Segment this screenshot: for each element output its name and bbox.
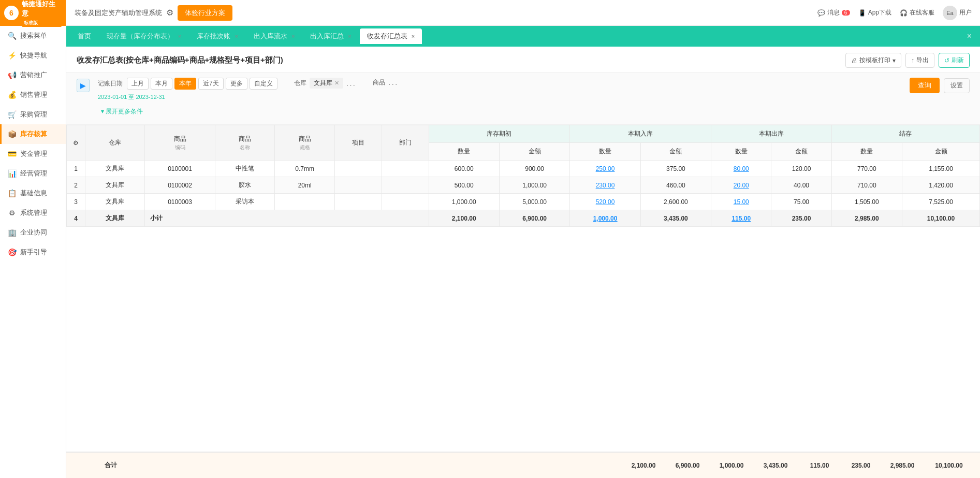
warehouse-label: 仓库 — [294, 79, 306, 88]
setting-small-button[interactable]: 设置 — [944, 78, 970, 93]
app-download-item[interactable]: 📱 App下载 — [858, 8, 891, 17]
message-badge: 6 — [842, 10, 850, 16]
message-icon: 💬 — [817, 9, 825, 17]
tab-close[interactable]: × — [235, 33, 238, 39]
tab-close[interactable]: × — [348, 33, 351, 39]
column-settings-icon[interactable]: ⚙ — [73, 139, 79, 147]
operations-icon: 📊 — [8, 169, 16, 178]
sales-icon: 💰 — [8, 91, 16, 99]
sidebar-item-basic[interactable]: 📋基础信息 — [0, 183, 66, 203]
in-qty-link[interactable]: 520.00 — [596, 198, 615, 206]
sidebar-item-inventory[interactable]: 📦库存核算 — [0, 124, 66, 144]
out-qty-link[interactable]: 20.00 — [734, 182, 749, 189]
avatar: Ea — [943, 6, 957, 20]
tab-库存批次账[interactable]: 库存批次账× — [189, 28, 245, 44]
user-item[interactable]: Ea 用户 — [943, 6, 972, 20]
th-settings[interactable]: ⚙ — [67, 125, 85, 161]
table-row: 2 文具库 0100002 胶水 20ml 500.00 1,000.00 23… — [67, 177, 980, 194]
sidebar-item-purchase[interactable]: 🛒采购管理 — [0, 105, 66, 124]
export-button[interactable]: ↑ 导出 — [905, 53, 934, 68]
th-out-amt: 金额 — [771, 143, 831, 161]
sidebar-item-system[interactable]: ⚙系统管理 — [0, 203, 66, 223]
headset-icon: 🎧 — [900, 9, 908, 17]
subtotal-out-qty-link[interactable]: 115.00 — [732, 215, 751, 222]
message-item[interactable]: 💬 消息 6 — [817, 8, 850, 17]
tab-首页[interactable]: 首页 — [70, 28, 98, 44]
sidebar-item-sales[interactable]: 💰销售管理 — [0, 85, 66, 105]
expand-icon[interactable]: ▶ — [80, 81, 86, 90]
online-service-item[interactable]: 🎧 在线客服 — [900, 8, 934, 17]
th-spec: 商品规格 — [275, 125, 335, 161]
out-qty-link[interactable]: 80.00 — [734, 165, 749, 172]
subtotal-row: 4 文具库 小计 2,100.00 6,900.00 1,000.00 3,43… — [67, 210, 980, 227]
sidebar-item-operations[interactable]: 📊经营管理 — [0, 164, 66, 183]
data-table: ⚙ 仓库 商品编码 商品名称 商品规格 项目 部门 库存期初 本期入库 本期出库… — [66, 125, 980, 227]
date-btn-本月[interactable]: 本月 — [151, 78, 172, 90]
warehouse-tag: 文具库 ✕ — [310, 78, 343, 89]
finance-icon: 💳 — [8, 150, 16, 158]
tab-close[interactable]: × — [291, 33, 295, 39]
subtotal-in-qty-link[interactable]: 1,000.00 — [593, 215, 618, 222]
chevron-down-icon: ▾ — [893, 57, 896, 64]
tab-出入库流水[interactable]: 出入库流水× — [246, 28, 302, 44]
table-wrap: ⚙ 仓库 商品编码 商品名称 商品规格 项目 部门 库存期初 本期入库 本期出库… — [66, 125, 980, 452]
th-balance-group: 结存 — [831, 125, 979, 143]
sidebar-item-search[interactable]: 🔍搜索菜单 — [0, 26, 66, 46]
tab-close[interactable]: × — [412, 33, 415, 39]
goods-label: 商品 — [373, 78, 385, 87]
try-industry-button[interactable]: 体验行业方案 — [178, 5, 232, 21]
quicknav-icon: ⚡ — [8, 51, 16, 60]
tab-出入库汇总[interactable]: 出入库汇总× — [303, 28, 358, 44]
header-right: 💬 消息 6 📱 App下载 🎧 在线客服 Ea 用户 — [817, 6, 972, 20]
purchase-icon: 🛒 — [8, 110, 16, 119]
sidebar-item-finance[interactable]: 💳资金管理 — [0, 144, 66, 164]
system-icon: ⚙ — [8, 209, 16, 217]
sidebar-item-guide[interactable]: 🎯新手引导 — [0, 242, 66, 262]
print-icon: 🖨 — [851, 57, 857, 64]
date-btn-更多[interactable]: 更多 — [226, 78, 247, 90]
date-buttons: 上月本月本年近7天更多自定义 — [127, 78, 277, 90]
page-content: 收发存汇总表(按仓库+商品编码+商品+规格型号+项目+部门) 🖨 按模板打印 ▾… — [66, 47, 980, 478]
search-button[interactable]: 查询 — [910, 78, 940, 93]
in-qty-link[interactable]: 230.00 — [596, 182, 615, 189]
th-warehouse: 仓库 — [85, 125, 145, 161]
total-label: 合计 — [90, 461, 131, 470]
header-left: 装备及固定资产辅助管理系统 ⚙ 体验行业方案 — [75, 5, 232, 21]
goods-more-dots[interactable]: ... — [388, 78, 398, 87]
warehouse-remove[interactable]: ✕ — [334, 80, 339, 86]
sidebar-item-marketing[interactable]: 📢营销推广 — [0, 65, 66, 85]
out-qty-link[interactable]: 15.00 — [734, 198, 749, 206]
sidebar-logo: 6 畅捷通好生意 标准版 — [0, 0, 66, 26]
export-icon: ↑ — [911, 57, 914, 64]
warehouse-more-dots[interactable]: ... — [346, 79, 356, 88]
sidebar: 6 畅捷通好生意 标准版 🔍搜索菜单⚡快捷导航📢营销推广💰销售管理🛒采购管理📦库… — [0, 0, 66, 478]
date-btn-自定义[interactable]: 自定义 — [250, 78, 277, 90]
refresh-button[interactable]: ↺ 刷新 — [939, 53, 970, 68]
basic-icon: 📋 — [8, 189, 16, 197]
system-title: 装备及固定资产辅助管理系统 — [75, 8, 162, 18]
tab-现存量（库存分布表）[interactable]: 现存量（库存分布表）× — [99, 28, 188, 44]
date-btn-近7天[interactable]: 近7天 — [198, 78, 224, 90]
th-dept: 部门 — [382, 125, 429, 161]
tab-收发存汇总表[interactable]: 收发存汇总表× — [360, 28, 422, 44]
main-area: 装备及固定资产辅助管理系统 ⚙ 体验行业方案 💬 消息 6 📱 App下载 🎧 … — [66, 0, 980, 478]
th-out-group: 本期出库 — [711, 125, 831, 143]
th-balance-amt: 金额 — [902, 143, 980, 161]
sidebar-item-quicknav[interactable]: ⚡快捷导航 — [0, 46, 66, 65]
expand-conditions-button[interactable]: ▾ 展开更多条件 — [101, 107, 143, 116]
close-all-tabs-button[interactable]: × — [963, 32, 976, 41]
in-qty-link[interactable]: 250.00 — [596, 165, 615, 172]
th-opening-amt: 金额 — [499, 143, 569, 161]
date-btn-上月[interactable]: 上月 — [127, 78, 149, 90]
header-settings-button[interactable]: ⚙ — [166, 8, 173, 18]
top-header: 装备及固定资产辅助管理系统 ⚙ 体验行业方案 💬 消息 6 📱 App下载 🎧 … — [66, 0, 980, 26]
tab-close[interactable]: × — [178, 33, 181, 39]
tab-bar: 首页现存量（库存分布表）×库存批次账×出入库流水×出入库汇总×收发存汇总表×× — [66, 26, 980, 47]
sidebar-nav: 🔍搜索菜单⚡快捷导航📢营销推广💰销售管理🛒采购管理📦库存核算💳资金管理📊经营管理… — [0, 26, 66, 478]
date-btn-本年[interactable]: 本年 — [174, 78, 196, 90]
search-icon: 🔍 — [8, 32, 16, 40]
guide-icon: 🎯 — [8, 248, 16, 256]
print-button[interactable]: 🖨 按模板打印 ▾ — [845, 53, 901, 68]
sidebar-item-enterprise[interactable]: 🏢企业协同 — [0, 223, 66, 242]
date-range: 2023-01-01 至 2023-12-31 — [98, 93, 277, 101]
